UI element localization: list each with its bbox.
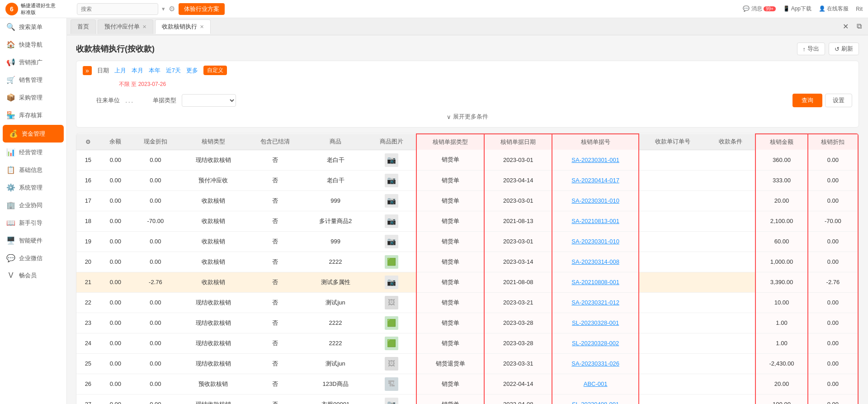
sidebar-label-guide: 新手引导	[19, 219, 42, 227]
cell-num: 21	[76, 272, 100, 292]
cell-payment-term	[706, 333, 756, 353]
cell-doc-no[interactable]: SA-20230301-010	[552, 190, 639, 211]
sidebar-item-shortcut[interactable]: 🏠 快捷导航	[0, 36, 66, 53]
sidebar: 🔍 搜索菜单 🏠 快捷导航 📢 营销推广 🛒 销售管理 📦 采购管理 🏪 库存核…	[0, 18, 67, 404]
date-this-year[interactable]: 本年	[149, 67, 160, 75]
search-dropdown-icon[interactable]: ▾	[162, 5, 165, 12]
cell-discount: -70.00	[808, 211, 858, 231]
table-scroll[interactable]: ⚙ 余额 现金折扣 核销类型 包含已结清 商品 商品图片 核销单据类型 核销单据…	[76, 133, 859, 404]
cell-doc-no[interactable]: SA-20230301-001	[552, 150, 639, 170]
cell-order-no	[639, 150, 706, 170]
tab-receipt[interactable]: 收款核销执行 ✕	[155, 19, 211, 34]
setting-button[interactable]: 设置	[825, 94, 852, 107]
cell-doc-no[interactable]: SL-20230408-001	[552, 394, 639, 404]
cell-doc-date: 2022-04-14	[484, 374, 552, 394]
cell-verify-type: 收款核销	[180, 252, 246, 272]
cell-doc-no[interactable]: SA-20230414-017	[552, 170, 639, 190]
query-button[interactable]: 查询	[793, 94, 822, 107]
date-last-month[interactable]: 上月	[114, 67, 126, 75]
cell-doc-date: 2021-08-08	[484, 272, 552, 292]
sidebar-item-enterprise[interactable]: 🏢 企业协同	[0, 196, 66, 214]
sidebar-item-search[interactable]: 🔍 搜索菜单	[0, 18, 66, 36]
tab-receipt-close[interactable]: ✕	[200, 24, 204, 30]
brand-name: 畅捷通谱好生意 标准版	[21, 2, 56, 15]
doc-type-select[interactable]	[182, 94, 236, 107]
sidebar-item-sales[interactable]: 🛒 销售管理	[0, 71, 66, 89]
table-row: 27 0.00 0.00 现结收款核销 否 衣服00001 📷 销货单 2023…	[76, 394, 858, 404]
tab-minimize-icon[interactable]: ✕	[840, 21, 851, 32]
sidebar-item-system[interactable]: ⚙️ 系统管理	[0, 179, 66, 196]
cell-included: 否	[246, 252, 304, 272]
online-service-link[interactable]: 👤 在线客服	[819, 5, 849, 13]
cell-doc-no[interactable]: SL-20230328-001	[552, 313, 639, 333]
sidebar-item-inventory[interactable]: 🏪 库存核算	[0, 106, 66, 124]
cell-num: 15	[76, 150, 100, 170]
cell-num: 22	[76, 292, 100, 313]
sidebar-item-operation[interactable]: 📊 经营管理	[0, 143, 66, 161]
sidebar-label-basic: 基础信息	[19, 166, 42, 174]
cell-payment-term	[706, 313, 756, 333]
sidebar-label-enterprise: 企业协同	[19, 201, 42, 209]
sidebar-item-marketing[interactable]: 📢 营销推广	[0, 53, 66, 71]
top-search-input[interactable]	[77, 3, 158, 15]
cell-doc-no[interactable]: ABC-001	[552, 374, 639, 394]
cell-verify-type: 现结收款核销	[180, 333, 246, 353]
cell-balance: 0.00	[100, 170, 131, 190]
industry-solution-button[interactable]: 体验行业方案	[179, 3, 225, 15]
sidebar-item-purchase[interactable]: 📦 采购管理	[0, 89, 66, 106]
cell-amount: 1.00	[755, 333, 808, 353]
app-download-link[interactable]: 📱 App下载	[783, 5, 811, 13]
cell-doc-no[interactable]: SA-20210808-001	[552, 272, 639, 292]
cell-amount: 333.00	[755, 170, 808, 190]
tab-home[interactable]: 首页	[71, 19, 96, 34]
tab-prepay-close[interactable]: ✕	[142, 24, 146, 30]
source-unit-input[interactable]: ...	[125, 96, 134, 105]
cell-verify-type: 预付冲应收	[180, 170, 246, 190]
sidebar-item-guide[interactable]: 📖 新手引导	[0, 214, 66, 232]
filter-expand-arrow[interactable]: »	[83, 66, 92, 75]
th-amount: 核销金额	[755, 134, 808, 150]
cell-order-no	[639, 374, 706, 394]
settings-icon[interactable]: ⚙	[169, 5, 175, 13]
cell-doc-no[interactable]: SA-20210813-001	[552, 211, 639, 231]
cell-doc-no[interactable]: SA-20230301-010	[552, 231, 639, 252]
custom-date-button[interactable]: 自定义	[203, 66, 227, 75]
refresh-icon: ↺	[835, 46, 840, 52]
sidebar-item-member[interactable]: V 畅会员	[0, 267, 66, 284]
sidebar-item-finance[interactable]: 💰 资金管理	[3, 125, 64, 143]
cell-product: 2222	[304, 333, 367, 353]
cell-included: 否	[246, 170, 304, 190]
th-order-no: 收款单订单号	[639, 134, 706, 150]
date-this-month[interactable]: 本月	[132, 67, 143, 75]
expand-more-button[interactable]: ∨ 展开更多条件	[83, 111, 852, 123]
date-7-days[interactable]: 近7天	[166, 67, 181, 75]
th-discount: 核销折扣	[808, 134, 858, 150]
tab-prepay[interactable]: 预付冲应付单 ✕	[98, 19, 153, 34]
doc-type-label: 单据类型	[153, 96, 176, 105]
refresh-button[interactable]: ↺ 刷新	[829, 43, 859, 55]
cell-doc-no[interactable]: SA-20230321-012	[552, 292, 639, 313]
cell-doc-date: 2023-04-14	[484, 170, 552, 190]
tab-maximize-icon[interactable]: ⧉	[854, 21, 864, 32]
cell-doc-no[interactable]: SL-20230328-002	[552, 333, 639, 353]
cell-included: 否	[246, 292, 304, 313]
cell-amount: 1.00	[755, 313, 808, 333]
cell-amount: 360.00	[755, 150, 808, 170]
date-more[interactable]: 更多	[186, 67, 198, 75]
cell-num: 20	[76, 252, 100, 272]
message-icon[interactable]: 💬 消息 99+	[743, 5, 776, 13]
table-row: 23 0.00 0.00 现结收款核销 否 2222 🟩 销货单 2023-03…	[76, 313, 858, 333]
cell-cash-discount: 0.00	[131, 170, 180, 190]
cell-product: 999	[304, 231, 367, 252]
sidebar-item-smart[interactable]: 🖥️ 智能硬件	[0, 232, 66, 249]
finance-icon: 💰	[9, 129, 18, 138]
user-account[interactable]: Rit	[856, 6, 863, 12]
sidebar-item-basic[interactable]: 📋 基础信息	[0, 161, 66, 179]
sidebar-item-wechat[interactable]: 💬 企业微信	[0, 249, 66, 267]
cell-doc-no[interactable]: SA-20230314-008	[552, 252, 639, 272]
cell-amount: -2,430.00	[755, 353, 808, 374]
cell-doc-no[interactable]: SA-20230331-026	[552, 353, 639, 374]
cell-doc-date: 2023-03-31	[484, 353, 552, 374]
cell-cash-discount: -2.76	[131, 272, 180, 292]
export-button[interactable]: ↑ 导出	[797, 43, 826, 55]
